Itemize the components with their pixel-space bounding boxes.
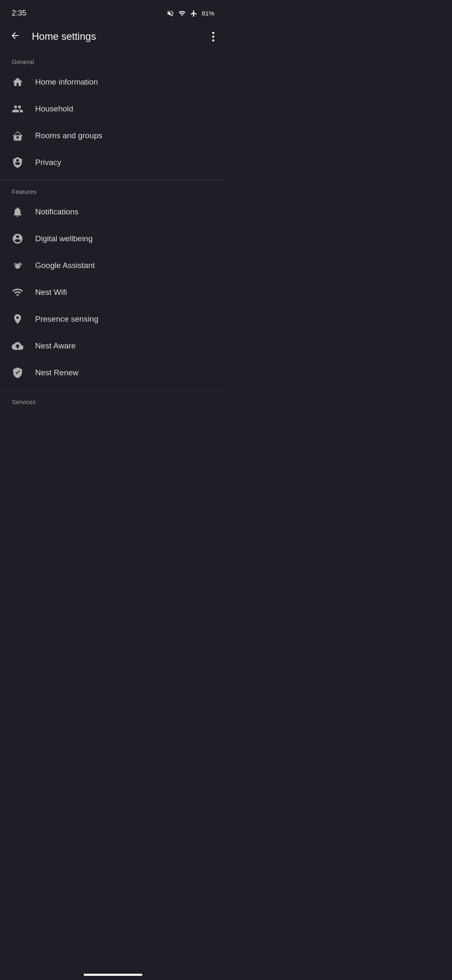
more-dot-2 — [212, 36, 214, 38]
menu-label-notifications: Notifications — [35, 207, 79, 217]
menu-item-privacy[interactable]: Privacy — [0, 149, 226, 176]
divider-features-services — [0, 390, 226, 391]
svg-point-1 — [19, 237, 20, 237]
nest-wifi-icon — [12, 286, 23, 298]
menu-label-household: Household — [35, 104, 73, 113]
svg-point-0 — [15, 237, 16, 237]
more-dot-1 — [212, 32, 214, 34]
page-title: Home settings — [32, 31, 96, 42]
menu-label-google-assistant: Google Assistant — [35, 261, 95, 270]
divider-general-features — [0, 180, 226, 181]
section-label-features: Features — [0, 185, 226, 197]
menu-item-notifications[interactable]: Notifications — [0, 199, 226, 225]
menu-item-google-assistant[interactable]: Google Assistant — [0, 252, 226, 279]
nest-aware-icon — [12, 340, 23, 352]
section-label-general: General — [0, 55, 226, 67]
top-bar: Home settings — [0, 23, 226, 50]
menu-item-nest-renew[interactable]: Nest Renew — [0, 359, 226, 386]
menu-item-rooms-groups[interactable]: Rooms and groups — [0, 122, 226, 149]
home-icon — [12, 76, 23, 88]
svg-point-4 — [18, 263, 22, 266]
presence-icon — [12, 313, 23, 325]
menu-label-nest-aware: Nest Aware — [35, 341, 76, 351]
mute-icon — [167, 10, 174, 17]
menu-label-rooms-groups: Rooms and groups — [35, 131, 103, 140]
assistant-icon — [12, 260, 23, 271]
svg-point-2 — [17, 238, 18, 240]
battery-indicator: 81% — [202, 10, 214, 17]
menu-item-household[interactable]: Household — [0, 95, 226, 122]
menu-item-nest-aware[interactable]: Nest Aware — [0, 333, 226, 359]
more-options-button[interactable] — [209, 28, 218, 45]
section-label-services: Services — [0, 395, 226, 407]
menu-label-presence-sensing: Presence sensing — [35, 315, 98, 324]
privacy-icon — [12, 157, 23, 168]
menu-item-home-information[interactable]: Home information — [0, 69, 226, 95]
menu-label-home-information: Home information — [35, 77, 98, 87]
status-bar: 2:35 81% — [0, 0, 226, 23]
bell-icon — [12, 206, 23, 218]
wifi-status-icon — [178, 10, 186, 17]
status-time: 2:35 — [12, 9, 26, 18]
menu-label-privacy: Privacy — [35, 158, 61, 167]
menu-label-nest-renew: Nest Renew — [35, 368, 79, 377]
more-dot-3 — [212, 39, 214, 41]
menu-item-digital-wellbeing[interactable]: Digital wellbeing — [0, 225, 226, 252]
svg-point-5 — [14, 263, 16, 266]
menu-label-digital-wellbeing: Digital wellbeing — [35, 234, 92, 243]
wellbeing-icon — [12, 233, 23, 245]
status-icons: 81% — [167, 10, 214, 17]
nest-renew-icon — [12, 367, 23, 379]
menu-item-presence-sensing[interactable]: Presence sensing — [0, 306, 226, 333]
rooms-icon — [12, 130, 23, 142]
back-button[interactable] — [7, 27, 23, 46]
menu-item-nest-wifi[interactable]: Nest Wifi — [0, 279, 226, 306]
back-arrow-icon — [10, 31, 20, 41]
airplane-icon — [190, 10, 198, 17]
people-icon — [12, 103, 23, 115]
menu-label-nest-wifi: Nest Wifi — [35, 288, 67, 297]
